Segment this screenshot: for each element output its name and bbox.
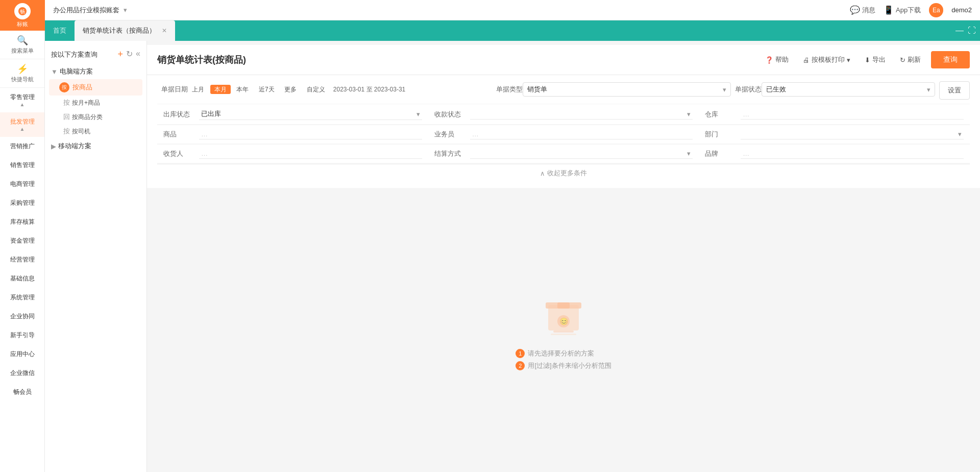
date-tab-this-year[interactable]: 本年 — [232, 85, 253, 94]
sidebar-item-inventory[interactable]: 库存核算 — [0, 213, 44, 231]
sidebar-item-enterprise[interactable]: 企业协同 — [0, 307, 44, 326]
payment-chevron: ▾ — [687, 150, 691, 157]
topbar: 办公用品行业模拟账套 ▾ 💬 消息 📱 App下载 Ea demo2 — [45, 0, 980, 20]
sidebar-item-wechat-label: 企业微信 — [10, 369, 35, 377]
add-scheme-btn[interactable]: + — [118, 49, 124, 60]
sidebar-item-ecommerce[interactable]: 电商管理 — [0, 175, 44, 194]
department-label: 部门 — [705, 130, 741, 139]
tab-close-icon[interactable]: ✕ — [162, 27, 167, 34]
date-tab-this-month[interactable]: 本月 — [210, 85, 231, 94]
brand-dots[interactable]: … — [743, 150, 749, 157]
sidebar-item-system[interactable]: 系统管理 — [0, 288, 44, 307]
search-menu-label: 搜索菜单 — [11, 47, 34, 55]
collect-status-select[interactable]: ▾ — [470, 109, 693, 120]
collapse-filters-btn[interactable]: ∧ 收起更多条件 — [157, 164, 970, 182]
svg-text:畅: 畅 — [20, 9, 25, 14]
department-chevron: ▾ — [958, 130, 962, 138]
sidebar-item-retail[interactable]: 零售管理 ▲ — [0, 88, 44, 112]
refresh-scheme-btn[interactable]: ↻ — [126, 49, 133, 60]
sidebar-item-member[interactable]: 畅会员 — [0, 383, 44, 402]
salesperson-cell: 业务员 … — [428, 125, 699, 144]
mobile-schemes-header[interactable]: ▶ 移动端方案 — [49, 138, 142, 154]
template-print-btn[interactable]: 🖨 按模板打印 ▾ — [799, 53, 854, 66]
product-dots[interactable]: … — [201, 130, 208, 138]
sidebar-item-sales[interactable]: 销售管理 — [0, 156, 44, 175]
search-menu-btn[interactable]: 🔍 搜索菜单 — [0, 31, 44, 59]
settings-button[interactable]: 设置 — [939, 81, 970, 100]
filter-docstatus-cell: 单据状态 已生效 ▾ 设置 — [731, 79, 970, 100]
salesperson-input[interactable]: … — [470, 129, 693, 139]
brand-input[interactable]: … — [741, 149, 964, 159]
sidebar-item-newbie[interactable]: 新手引导 — [0, 326, 44, 345]
sidebar-item-purchase[interactable]: 采购管理 — [0, 194, 44, 213]
desktop-schemes-header[interactable]: ▼ 电脑端方案 — [49, 64, 142, 79]
receiver-input[interactable]: … — [199, 149, 422, 159]
panel-title: 按以下方案查询 — [51, 50, 97, 59]
desktop-schemes-label: 电脑端方案 — [60, 67, 93, 76]
product-input[interactable]: … — [199, 129, 422, 139]
sidebar-item-wholesale[interactable]: 批发管理 ▲ — [0, 112, 44, 137]
filter-date-cell: 单据日期 上月 本月 本年 近7天 更多 自定义 2023-03-01 至 20… — [157, 85, 492, 94]
doc-type-select[interactable]: 销货单 ▾ — [523, 82, 731, 97]
logo-icon: 畅 — [14, 3, 31, 19]
tab-maximize-btn[interactable]: ⛶ — [968, 26, 976, 35]
tab-sales-stats[interactable]: 销货单统计表（按商品） ✕ — [75, 20, 175, 41]
tree-sub-item-by-driver[interactable]: 按 按司机 — [49, 124, 142, 138]
collapse-panel-btn[interactable]: « — [136, 49, 140, 60]
tab-sales-stats-label: 销货单统计表（按商品） — [83, 26, 156, 35]
date-tab-more[interactable]: 更多 — [280, 85, 301, 94]
filter-area: 单据日期 上月 本月 本年 近7天 更多 自定义 2023-03-01 至 20… — [147, 75, 980, 188]
user-avatar[interactable]: Ea — [929, 3, 943, 17]
sidebar-item-wholesale-label: 批发管理 — [10, 117, 35, 126]
doc-status-select[interactable]: 已生效 ▾ — [762, 82, 935, 97]
refresh-btn[interactable]: ↻ 刷新 — [896, 53, 925, 66]
receiver-dots[interactable]: … — [201, 150, 208, 157]
help-label: 帮助 — [775, 55, 789, 64]
empty-tips: 1 请先选择要分析的方案 2 用[过滤]条件来缩小分析范围 — [516, 349, 611, 370]
page-title: 销货单统计表(按商品) — [157, 54, 246, 66]
sidebar: 畅 标账 🔍 搜索菜单 ⚡ 快捷导航 零售管理 ▲ 批发管理 ▲ 营销推广 销售… — [0, 0, 45, 472]
svg-rect-8 — [551, 334, 576, 335]
panel-header: 按以下方案查询 + ↻ « — [45, 45, 146, 64]
query-button[interactable]: 查询 — [931, 51, 970, 68]
sidebar-item-system-label: 系统管理 — [10, 293, 35, 302]
messages-btn[interactable]: 💬 消息 — [850, 5, 875, 15]
tree-sub-item-by-month-product[interactable]: 按 按月+商品 — [49, 96, 142, 110]
tree-sub-item-by-category[interactable]: 回 按商品分类 — [49, 110, 142, 124]
payment-select[interactable]: ▾ — [470, 149, 693, 159]
date-tab-custom[interactable]: 自定义 — [303, 85, 329, 94]
sidebar-item-operations[interactable]: 经营管理 — [0, 250, 44, 269]
app-download-btn[interactable]: 📱 App下载 — [884, 5, 921, 15]
filter-row-3: 商品 … 业务员 … 部门 — [157, 125, 970, 145]
salesperson-dots[interactable]: … — [472, 130, 479, 138]
by-product-label: 按商品 — [72, 83, 92, 92]
receiver-label: 收货人 — [163, 149, 199, 158]
date-tab-last-7[interactable]: 近7天 — [255, 85, 279, 94]
tab-home[interactable]: 首页 — [45, 20, 75, 41]
tree-item-by-product[interactable]: 按 按商品 — [49, 79, 142, 96]
out-status-select[interactable]: 已出库 ▾ — [199, 108, 422, 120]
sidebar-item-retail-arrow: ▲ — [20, 102, 25, 107]
warehouse-input[interactable]: … — [741, 109, 964, 120]
sidebar-item-wholesale-arrow: ▲ — [20, 126, 25, 132]
department-select[interactable]: ▾ — [741, 129, 964, 139]
sidebar-item-wechat[interactable]: 企业微信 — [0, 364, 44, 383]
export-btn[interactable]: ⬇ 导出 — [861, 53, 890, 66]
sidebar-item-basic[interactable]: 基础信息 — [0, 269, 44, 288]
svg-text:😊: 😊 — [559, 317, 569, 326]
main-area: 办公用品行业模拟账套 ▾ 💬 消息 📱 App下载 Ea demo2 首页 销货… — [45, 0, 980, 472]
tab-minimize-btn[interactable]: — — [955, 26, 964, 35]
quick-nav-btn[interactable]: ⚡ 快捷导航 — [0, 59, 44, 88]
topbar-dropdown-icon[interactable]: ▾ — [124, 6, 127, 14]
warehouse-dots[interactable]: … — [743, 110, 749, 118]
sidebar-item-marketing[interactable]: 营销推广 — [0, 137, 44, 156]
sidebar-item-finance[interactable]: 资金管理 — [0, 231, 44, 250]
date-tabs: 上月 本月 本年 近7天 更多 自定义 — [188, 85, 329, 94]
sidebar-item-apps[interactable]: 应用中心 — [0, 345, 44, 364]
content: 按以下方案查询 + ↻ « ▼ 电脑端方案 按 按商品 按 按月 — [45, 41, 980, 472]
tab-bar-actions: — ⛶ — [955, 26, 980, 35]
topbar-industry-title: 办公用品行业模拟账套 — [53, 6, 119, 15]
help-btn[interactable]: ❓ 帮助 — [761, 53, 793, 66]
sidebar-logo[interactable]: 畅 标账 — [0, 0, 45, 31]
date-tab-last-month[interactable]: 上月 — [188, 85, 208, 94]
